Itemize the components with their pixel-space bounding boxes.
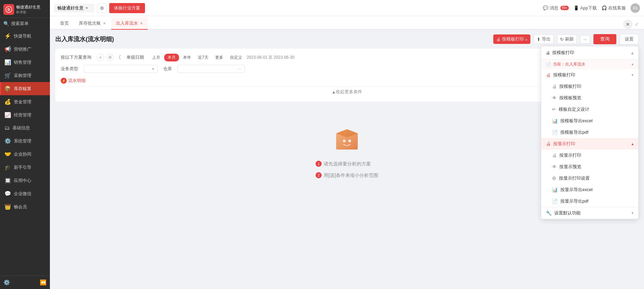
message-button[interactable]: 💬 消息 99+: [543, 5, 569, 11]
dropdown-close-arrow[interactable]: ▴: [631, 50, 634, 55]
flow-label: 流水明细: [68, 78, 86, 84]
empty-hints: 1 请先选择要分析的方案 2 用[选]条件来缩小分析范围: [316, 159, 378, 180]
template-print-section-title[interactable]: 🖨 按模板打印 ▾: [541, 69, 638, 81]
date-filter-label: 单据日期: [126, 54, 144, 60]
tab-close-icon[interactable]: ✕: [140, 21, 143, 26]
dropdown-arrow-icon: ▴: [525, 37, 527, 42]
warehouse-more-icon: ···: [238, 67, 241, 71]
sidebar-item-vip[interactable]: 👑 畅会员: [0, 200, 50, 213]
company-selector[interactable]: 畅捷通好生意 ▾: [54, 4, 94, 12]
hint-num-1: 1: [316, 161, 322, 167]
search-label: 搜索菜单: [11, 21, 29, 27]
sidebar-item-label: 快捷导航: [14, 33, 31, 39]
template-pdf-item[interactable]: 📄 按模板导出pdf: [541, 127, 638, 138]
display-pdf-item[interactable]: 📄 按显示导出pdf: [541, 195, 638, 207]
sidebar-item-basic[interactable]: 🗂 基础信息: [0, 122, 50, 134]
hint-num-2: 2: [316, 172, 322, 178]
settings-button[interactable]: 设置: [620, 34, 639, 45]
date-tab-thisyear[interactable]: 本年: [180, 54, 194, 61]
sidebar-search[interactable]: 🔍 搜索菜单: [0, 18, 50, 29]
filter-add-button[interactable]: +: [97, 54, 104, 61]
trial-button[interactable]: 体验行业方案: [109, 3, 145, 13]
top-bar-right: 💬 消息 99+ 📱 App下载 🎧 在线客服 Rit: [543, 3, 640, 13]
sidebar-item-sales[interactable]: 📊 销售管理: [0, 56, 50, 69]
sidebar-item-guide[interactable]: 🎓 新手引导: [0, 161, 50, 174]
business-type-label: 业务类型: [61, 66, 78, 72]
maximize-button[interactable]: ⤢: [635, 22, 639, 27]
sidebar-item-purchase[interactable]: 🛒 采购管理: [0, 69, 50, 82]
display-preview-item[interactable]: 👁 按显示预览: [541, 161, 638, 173]
top-bar-left: 畅捷通好生意 ▾ ⚙ 体验行业方案: [54, 3, 145, 13]
default-settings-title[interactable]: 🔧 设置默认功能 ▾: [541, 207, 638, 219]
display-preview-sub-icon: 👁: [552, 164, 557, 169]
message-icon: 💬: [543, 5, 548, 10]
warehouse-select[interactable]: ···: [177, 65, 245, 73]
empty-illustration: [330, 125, 364, 152]
tab-home[interactable]: 首页: [55, 18, 74, 30]
system-icon: ⚙️: [4, 138, 11, 144]
item-label: 按模板预览: [559, 95, 581, 101]
tab-inout-flow[interactable]: 出入库流水 ✕: [111, 18, 148, 30]
date-tab-thismonth[interactable]: 本月: [164, 54, 179, 61]
sidebar-item-label: 资金管理: [14, 99, 31, 105]
sidebar-item-inventory[interactable]: 📦 库存核算: [0, 82, 50, 95]
sidebar-item-label: 企业协同: [14, 151, 31, 157]
dropdown-header: 🖨 按模板打印 ▴: [541, 46, 638, 59]
sidebar-item-operation[interactable]: 📈 经营管理: [0, 108, 50, 122]
export-label: 导出: [542, 36, 551, 42]
hint-text-2: 用[选]条件来缩小分析范围: [324, 170, 378, 180]
sidebar-item-cooperation[interactable]: 🤝 企业协同: [0, 148, 50, 161]
tab-label: 库存批次账: [79, 20, 101, 26]
company-name: 畅捷通好生意: [57, 5, 84, 11]
page-actions: 🖨 按模板打印 ▴ ⬆ 导出 ↻ 刷新 ··· 查询 设置: [493, 34, 639, 45]
user-avatar[interactable]: Rit: [631, 3, 640, 13]
service-label: 在线客服: [608, 5, 626, 11]
display-pdf-sub-icon: 📄: [552, 199, 558, 204]
more-icon: ···: [583, 37, 587, 42]
guide-icon: 🎓: [4, 164, 11, 170]
query-button[interactable]: 查询: [593, 34, 616, 44]
app-download-button[interactable]: 📱 App下载: [574, 5, 597, 11]
template-print-section: 🖨 按模板打印 ▾ 🖨 按模板打印 👁 按模板预览: [541, 69, 638, 138]
sidebar-item-system[interactable]: ⚙️ 系统管理: [0, 134, 50, 148]
close-window-button[interactable]: ✕: [623, 20, 633, 29]
display-print-section-title[interactable]: 🖨 按显示打印 ▴: [541, 138, 638, 150]
dropdown-title: 按模板打印: [552, 50, 574, 56]
print-template-button[interactable]: 🖨 按模板打印 ▴: [493, 34, 530, 44]
display-print-item[interactable]: 🖨 按显示打印: [541, 150, 638, 161]
sidebar-item-app-center[interactable]: 🔲 应用中心: [0, 174, 50, 187]
sidebar-item-wechat[interactable]: 💬 企业微信: [0, 187, 50, 200]
display-print-settings-item[interactable]: ⚙ 按显示打印设置: [541, 173, 638, 184]
section3-label: 设置默认功能: [554, 210, 581, 216]
refresh-label: 刷新: [565, 36, 574, 42]
tab-close-icon[interactable]: ✕: [103, 21, 106, 26]
business-type-select[interactable]: ▾: [84, 65, 158, 73]
template-excel-item[interactable]: 📊 按模板导出excel: [541, 115, 638, 127]
tab-inventory-batch[interactable]: 库存批次账 ✕: [74, 18, 111, 30]
filter-settings-button[interactable]: ⚙: [106, 54, 114, 61]
export-button[interactable]: ⬆ 导出: [534, 34, 554, 44]
date-tab-more[interactable]: 更多: [212, 54, 226, 61]
refresh-button[interactable]: ↻ 刷新: [557, 34, 577, 44]
sidebar-item-finance[interactable]: 💰 资金管理: [0, 95, 50, 108]
filter-collapse-button[interactable]: 《: [116, 54, 121, 61]
quick-nav-icon: ⚡: [4, 33, 11, 39]
template-print-item[interactable]: 🖨 按模板打印: [541, 81, 638, 92]
template-design-item[interactable]: ✏ 模板自定义设计: [541, 104, 638, 115]
date-tab-custom[interactable]: 自定义: [227, 54, 245, 61]
service-button[interactable]: 🎧 在线客服: [602, 5, 626, 11]
sidebar-collapse-icon[interactable]: ⏪: [40, 279, 47, 286]
more-options-button[interactable]: ···: [580, 35, 590, 44]
settings-icon[interactable]: ⚙️: [3, 279, 10, 286]
date-tab-lastmonth[interactable]: 上月: [149, 54, 163, 61]
date-tab-7days[interactable]: 近7天: [195, 54, 211, 61]
sidebar-item-quick-nav[interactable]: ⚡ 快捷导航: [0, 29, 50, 43]
settings-gear-button[interactable]: ⚙: [97, 3, 107, 13]
default-settings-icon: 🔧: [546, 210, 552, 216]
message-badge: 99+: [560, 6, 569, 10]
filter-scheme-label: 按以下方案查询: [61, 54, 91, 60]
sidebar-item-marketing[interactable]: 📢 营销推广: [0, 43, 50, 56]
template-preview-item[interactable]: 👁 按模板预览: [541, 92, 638, 104]
display-excel-item[interactable]: 📊 按显示导出excel: [541, 184, 638, 195]
user-name: Rit: [633, 6, 637, 10]
